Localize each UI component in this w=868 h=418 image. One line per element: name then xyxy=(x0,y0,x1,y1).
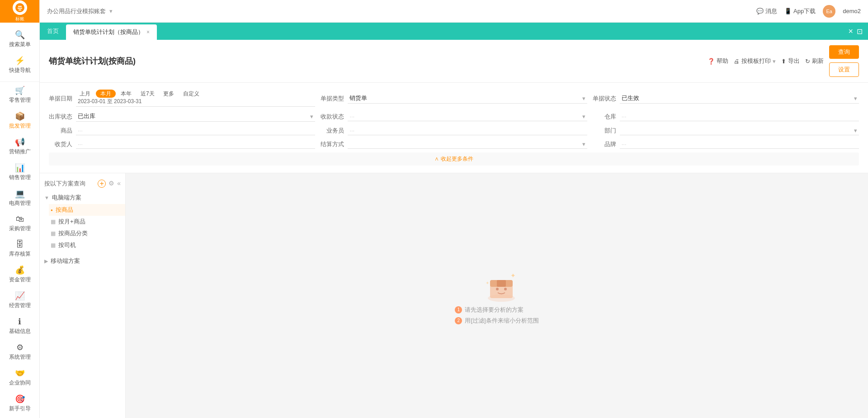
out-value: 已出库 xyxy=(78,112,95,120)
date-tag-thismonth[interactable]: 本月 xyxy=(96,90,116,98)
tree-sub-items: ● 按商品 ▦ 按月+商品 ▦ 按商品分类 ▦ 按司机 xyxy=(40,204,125,251)
print-btn[interactable]: 🖨 按模板打印 ▾ xyxy=(734,57,776,65)
goods-label: 商品 xyxy=(49,127,76,135)
out-filter-value[interactable]: 已出库 ▾ xyxy=(76,111,315,122)
tree-item-by-month-goods[interactable]: ▦ 按月+商品 xyxy=(49,216,125,228)
sidebar-item-marketing[interactable]: 📢 营销推广 xyxy=(0,133,39,159)
dept-filter-value[interactable]: ▾ xyxy=(620,126,859,135)
sidebar-item-ecommerce[interactable]: 💻 电商管理 xyxy=(0,185,39,211)
filter-payment-group: 收款状态 ··· ▾ xyxy=(321,111,587,122)
settlement-filter-value[interactable]: ▾ xyxy=(348,140,587,149)
goods-filter-value[interactable]: ··· xyxy=(76,126,315,135)
query-button[interactable]: 查询 xyxy=(829,45,859,59)
message-btn[interactable]: 💬 消息 xyxy=(756,7,777,15)
sidebar-item-operations[interactable]: 📈 经营管理 xyxy=(0,287,39,313)
status-value: 已生效 xyxy=(622,94,639,102)
filter-recipient-group: 收货人 ··· xyxy=(49,140,315,149)
logo[interactable]: 标账 xyxy=(0,0,39,23)
sidebar: 标账 🔍 搜索菜单 ⚡ 快捷导航 🛒 零售管理 📦 批发管理 📢 营销推广 📊 … xyxy=(0,0,40,418)
wholesale-icon: 📦 xyxy=(15,111,25,121)
warehouse-filter-value[interactable]: ··· xyxy=(620,112,859,121)
tree-item-active-icon: ● xyxy=(51,208,53,212)
sidebar-label-marketing: 营销推广 xyxy=(9,148,31,156)
content: 销货单统计计划(按商品) ❓ 帮助 🖨 按模板打印 ▾ ⬆ 导出 ↻ 刷新 xyxy=(40,40,868,418)
main-area: 办公用品行业模拟账套 ▾ 💬 消息 📱 App下载 Ea demo2 首页 销货… xyxy=(40,0,868,418)
print-label: 按模板打印 xyxy=(741,57,771,65)
window-close-icon[interactable]: × xyxy=(848,27,853,36)
tab-active[interactable]: 销货单统计计划（按商品） × xyxy=(66,24,157,40)
sidebar-label-operations: 经营管理 xyxy=(9,302,31,309)
sidebar-item-wholesale[interactable]: 📦 批发管理 xyxy=(0,108,39,133)
sidebar-item-purchase[interactable]: 🛍 采购管理 xyxy=(0,211,39,236)
sidebar-item-basicinfo[interactable]: ℹ 基础信息 xyxy=(0,313,39,339)
salesperson-filter-value[interactable]: ··· xyxy=(348,126,587,135)
page-title: 销货单统计计划(按商品) xyxy=(49,56,136,66)
avatar[interactable]: Ea xyxy=(823,5,835,18)
add-scheme-icon[interactable]: + xyxy=(98,180,106,188)
ecommerce-icon: 💻 xyxy=(15,189,25,199)
out-label: 出库状态 xyxy=(49,113,76,121)
date-range: 2023-03-01 至 2023-03-31 xyxy=(78,98,315,105)
collapse-btn[interactable]: ∧ 收起更多条件 xyxy=(49,152,859,166)
filter-area: 单据日期 上月 本月 本年 近7天 更多 自定义 2023-03-01 至 20… xyxy=(40,83,868,173)
sidebar-label-search: 搜索菜单 xyxy=(9,41,31,48)
top-header: 办公用品行业模拟账套 ▾ 💬 消息 📱 App下载 Ea demo2 xyxy=(40,0,868,23)
app-download-btn[interactable]: 📱 App下载 xyxy=(784,7,816,15)
settings-button[interactable]: 设置 xyxy=(829,62,859,77)
sidebar-search-section: 🔍 搜索菜单 ⚡ 快捷导航 xyxy=(0,23,39,82)
left-panel: 按以下方案查询 + ⚙ « ▼ 电脑端方案 ● 按商品 xyxy=(40,173,126,418)
help-btn[interactable]: ❓ 帮助 xyxy=(708,57,728,65)
sidebar-item-finance[interactable]: 💰 资金管理 xyxy=(0,261,39,287)
export-btn[interactable]: ⬆ 导出 xyxy=(781,57,800,65)
brand-filter-value[interactable]: ··· xyxy=(620,140,859,149)
tree-item-by-driver[interactable]: ▦ 按司机 xyxy=(49,239,125,251)
window-restore-icon[interactable]: ⊡ xyxy=(857,27,863,36)
sidebar-item-inventory[interactable]: 🗄 库存核算 xyxy=(0,236,39,261)
date-tag-custom[interactable]: 自定义 xyxy=(179,90,203,98)
tree-item-label-goods: 按商品 xyxy=(56,206,73,214)
logo-icon xyxy=(13,0,27,15)
tab-close-icon[interactable]: × xyxy=(146,29,150,35)
warehouse-dots: ··· xyxy=(622,113,627,120)
sidebar-item-retail[interactable]: 🛒 零售管理 xyxy=(0,82,39,108)
tree-section-mobile[interactable]: ▶ 移动端方案 xyxy=(40,255,125,267)
sidebar-item-system[interactable]: ⚙ 系统管理 xyxy=(0,339,39,365)
content-body: 按以下方案查询 + ⚙ « ▼ 电脑端方案 ● 按商品 xyxy=(40,173,868,418)
sidebar-label-inventory: 库存核算 xyxy=(9,250,31,258)
tree-item-by-goods[interactable]: ● 按商品 xyxy=(49,204,125,216)
settlement-label: 结算方式 xyxy=(321,140,348,148)
sidebar-label-wholesale: 批发管理 xyxy=(9,122,31,130)
payment-filter-value[interactable]: ··· ▾ xyxy=(348,112,587,121)
settings-scheme-icon[interactable]: ⚙ xyxy=(108,180,114,188)
sidebar-item-collab[interactable]: 🤝 企业协同 xyxy=(0,365,39,390)
user-name[interactable]: demo2 xyxy=(843,8,861,14)
filter-out-group: 出库状态 已出库 ▾ xyxy=(49,111,315,122)
refresh-icon: ↻ xyxy=(805,58,810,65)
sidebar-item-guide[interactable]: 🎯 新手引导 xyxy=(0,390,39,416)
sidebar-item-sales[interactable]: 📊 销售管理 xyxy=(0,159,39,185)
collapse-panel-icon[interactable]: « xyxy=(117,180,121,188)
status-filter-value[interactable]: 已生效 ▾ xyxy=(620,93,859,104)
date-tag-lastmonth[interactable]: 上月 xyxy=(76,90,94,98)
svg-point-6 xyxy=(504,288,507,290)
recipient-filter-value[interactable]: ··· xyxy=(76,140,315,149)
step-num-1: 1 xyxy=(455,306,462,314)
tab-home[interactable]: 首页 xyxy=(40,23,66,40)
goods-dots: ··· xyxy=(78,127,83,134)
sales-icon: 📊 xyxy=(15,163,25,173)
sidebar-item-search[interactable]: 🔍 搜索菜单 xyxy=(7,26,33,52)
date-tag-more[interactable]: 更多 xyxy=(160,90,178,98)
dropdown-arrow[interactable]: ▾ xyxy=(109,8,113,14)
type-filter-value[interactable]: 销货单 ▾ xyxy=(348,93,587,104)
operations-icon: 📈 xyxy=(15,291,25,301)
message-icon: 💬 xyxy=(756,8,764,14)
filter-settlement-group: 结算方式 ▾ xyxy=(321,140,587,149)
sidebar-item-appcenter[interactable]: 🔷 应用中心 xyxy=(0,416,39,418)
tab-active-label: 销货单统计计划（按商品） xyxy=(73,28,144,36)
sidebar-item-quicknav[interactable]: ⚡ 快捷导航 xyxy=(7,52,33,78)
payment-value: ··· xyxy=(349,113,354,120)
tree-item-by-category[interactable]: ▦ 按商品分类 xyxy=(49,228,125,239)
date-tag-thisyear[interactable]: 本年 xyxy=(117,90,135,98)
refresh-btn[interactable]: ↻ 刷新 xyxy=(805,57,824,65)
date-tag-7days[interactable]: 近7天 xyxy=(137,90,158,98)
